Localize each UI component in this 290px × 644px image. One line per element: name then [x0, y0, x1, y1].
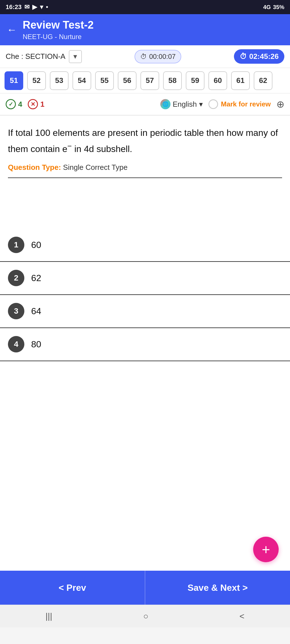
system-back-button[interactable]: < — [240, 611, 245, 621]
x-circle-icon: ✕ — [28, 99, 38, 109]
question-type-label: Question Type: Single Correct Type — [8, 163, 282, 172]
question-type-prefix: Question Type: — [8, 163, 61, 172]
lap-timer: ⏱ 00:00:07 — [135, 50, 181, 63]
question-nav-item[interactable]: 51 — [5, 71, 23, 90]
total-timer-value: 02:45:26 — [249, 52, 279, 61]
system-navigation: ||| ○ < — [0, 605, 290, 627]
question-nav-item[interactable]: 55 — [95, 71, 114, 90]
question-text: If total 100 elements are present in per… — [8, 126, 282, 156]
language-flag-icon: 🌐 — [160, 99, 170, 109]
system-home-button[interactable]: ○ — [143, 611, 148, 621]
total-clock-icon: ⏱ — [240, 52, 247, 61]
option-item[interactable]: 364 — [0, 295, 290, 328]
options-list: 160262364480 — [0, 229, 290, 361]
question-nav-item[interactable]: 57 — [140, 71, 159, 90]
question-nav-item[interactable]: 60 — [208, 71, 227, 90]
question-navigation: 515253545556575859606162 — [0, 68, 290, 93]
option-item[interactable]: 160 — [0, 229, 290, 261]
section-name: Che : SECTION-A — [6, 52, 65, 61]
option-text: 60 — [31, 240, 41, 250]
system-menu-button[interactable]: ||| — [46, 611, 52, 621]
check-circle-icon: ✓ — [6, 99, 16, 109]
question-content: If total 100 elements are present in per… — [0, 115, 290, 229]
question-type-value: Single Correct Type — [63, 163, 128, 172]
status-time: 16:23 — [6, 3, 22, 11]
question-nav-item[interactable]: 52 — [27, 71, 46, 90]
status-network: 4G — [263, 4, 271, 10]
option-text: 64 — [31, 306, 41, 316]
status-bar: 16:23 ✉ ▶ ▾ • 4G 35% — [0, 0, 290, 14]
content-spacer — [0, 361, 290, 531]
question-nav-item[interactable]: 56 — [118, 71, 137, 90]
question-nav-item[interactable]: 58 — [163, 71, 182, 90]
option-text: 62 — [31, 273, 41, 283]
question-divider — [8, 177, 282, 178]
question-nav-item[interactable]: 59 — [186, 71, 204, 90]
language-label: English — [173, 100, 197, 109]
mark-review-label: Mark for review — [221, 100, 271, 108]
prev-button[interactable]: < Prev — [0, 571, 145, 605]
total-timer: ⏱ 02:45:26 — [234, 49, 284, 64]
mark-circle-icon — [208, 99, 218, 109]
option-text: 80 — [31, 339, 41, 350]
stats-bar: ✓ 4 ✕ 1 🌐 English ▾ Mark for review ⊕ — [0, 93, 290, 115]
option-badge: 3 — [8, 303, 24, 319]
correct-count: 4 — [18, 100, 22, 109]
fab-add-button[interactable]: + — [253, 537, 279, 562]
status-dot: • — [46, 3, 48, 11]
save-next-button[interactable]: Save & Next > — [145, 571, 290, 605]
question-nav-item[interactable]: 53 — [50, 71, 69, 90]
question-nav-item[interactable]: 54 — [72, 71, 91, 90]
option-badge: 1 — [8, 237, 24, 253]
language-dropdown-icon: ▾ — [199, 100, 203, 109]
wrong-count-display: ✕ 1 — [28, 99, 44, 109]
option-badge: 2 — [8, 270, 24, 286]
header: ← Review Test-2 NEET-UG - Nurture — [0, 14, 290, 45]
option-item[interactable]: 262 — [0, 262, 290, 294]
section-dropdown-button[interactable]: ▾ — [69, 50, 82, 63]
wrong-count: 1 — [40, 100, 44, 109]
back-button[interactable]: ← — [7, 24, 17, 36]
section-bar: Che : SECTION-A ▾ ⏱ 00:00:07 ⏱ 02:45:26 — [0, 45, 290, 68]
question-nav-item[interactable]: 61 — [231, 71, 250, 90]
correct-count-display: ✓ 4 — [6, 99, 22, 109]
page-title: Review Test-2 — [23, 19, 94, 32]
lap-clock-icon: ⏱ — [140, 53, 147, 61]
zoom-button[interactable]: ⊕ — [276, 99, 284, 110]
option-badge: 4 — [8, 336, 24, 352]
status-mail-icon: ✉ — [24, 3, 29, 11]
page-subtitle: NEET-UG - Nurture — [23, 33, 94, 41]
bottom-navigation: < Prev Save & Next > — [0, 571, 290, 605]
question-nav-item[interactable]: 62 — [254, 71, 272, 90]
language-selector[interactable]: 🌐 English ▾ — [160, 99, 203, 109]
lap-timer-value: 00:00:07 — [149, 53, 176, 61]
status-signal-icon: ▾ — [40, 3, 43, 11]
fab-container: + — [0, 531, 290, 571]
option-item[interactable]: 480 — [0, 328, 290, 361]
status-battery: 35% — [273, 4, 284, 10]
mark-for-review-button[interactable]: Mark for review — [208, 99, 271, 109]
status-play-icon: ▶ — [32, 3, 37, 11]
